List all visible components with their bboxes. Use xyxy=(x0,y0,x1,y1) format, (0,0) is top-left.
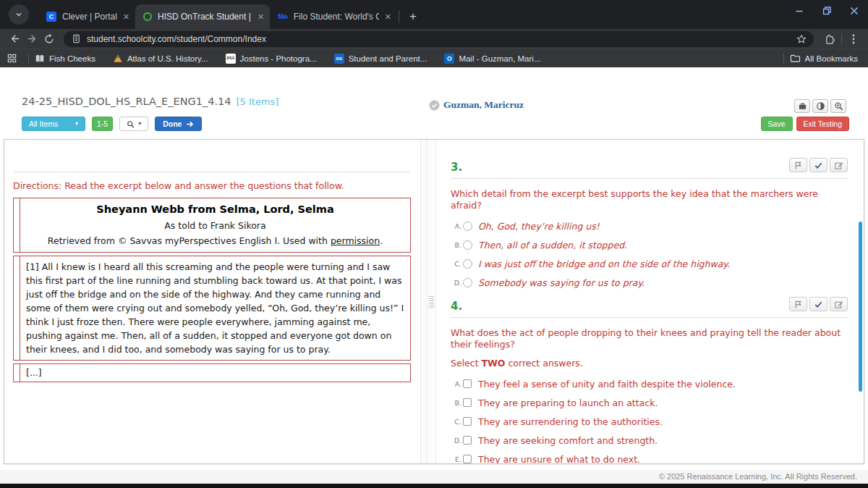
sis-favicon-icon: SIS xyxy=(334,54,344,64)
checkbox[interactable] xyxy=(463,455,472,463)
chevron-down-icon: ▾ xyxy=(75,121,78,127)
back-button[interactable] xyxy=(6,30,23,48)
option-text: They are unsure of what to do next. xyxy=(478,454,640,464)
reload-button[interactable] xyxy=(41,30,58,48)
questions-scrollbar-thumb[interactable] xyxy=(859,222,862,392)
flag-question-button[interactable] xyxy=(789,297,807,311)
tab-clever[interactable]: C Clever | Portal ✕ xyxy=(38,4,135,29)
option-row[interactable]: A. Oh, God, they’re killing us! xyxy=(451,220,848,232)
checkbox[interactable] xyxy=(463,398,472,407)
tab-filo[interactable]: filo Filo Student: World's Only Live ✕ xyxy=(270,4,397,29)
option-text: I was just off the bridge and on the sid… xyxy=(478,258,730,269)
bookmark-fish-cheeks[interactable]: Fish Cheeks xyxy=(35,54,95,64)
directions-text: Directions: Read the excerpt below and a… xyxy=(13,180,411,191)
radio-button[interactable] xyxy=(463,278,472,287)
site-info-icon[interactable] xyxy=(72,34,81,43)
tab-hisd-ontrack[interactable]: HISD OnTrack Student | Renais ✕ xyxy=(135,4,270,29)
bookmark-label: Fish Cheeks xyxy=(49,54,95,63)
option-row[interactable]: D. They are seeking comfort and strength… xyxy=(451,434,848,446)
bookmark-outlook-mail[interactable]: O Mail - Guzman, Mari... xyxy=(444,54,540,64)
browser-toolbar: student.schoolcity.com/student/Common/In… xyxy=(0,29,868,49)
zoom-tool-button[interactable] xyxy=(830,99,846,113)
item-range-button[interactable]: 1-5 xyxy=(92,117,113,131)
option-row[interactable]: C. I was just off the bridge and on the … xyxy=(451,258,848,269)
window-close-button[interactable] xyxy=(841,0,868,22)
mark-answered-button[interactable] xyxy=(809,297,827,311)
apps-grid-button[interactable] xyxy=(7,54,17,63)
edit-note-icon xyxy=(834,161,843,170)
option-text: They feel a sense of unity and faith des… xyxy=(478,379,736,390)
splitter-grip-icon xyxy=(429,296,434,309)
tab-close-icon[interactable]: ✕ xyxy=(258,13,264,21)
question-tools xyxy=(789,158,848,172)
radio-button[interactable] xyxy=(463,222,472,231)
option-text: They are surrendering to the authorities… xyxy=(478,416,663,427)
calculator-tool-button[interactable] xyxy=(794,99,810,113)
option-row[interactable]: A. They feel a sense of unity and faith … xyxy=(451,378,848,390)
window-minimize-button[interactable] xyxy=(786,0,813,22)
check-icon xyxy=(814,300,823,309)
save-button[interactable]: Save xyxy=(761,117,793,131)
window-restore-button[interactable] xyxy=(813,0,841,22)
notes-button[interactable] xyxy=(830,297,848,311)
question-number: 3. xyxy=(451,161,462,174)
radio-button[interactable] xyxy=(463,259,472,269)
radio-button[interactable] xyxy=(463,240,472,250)
tab-close-icon[interactable]: ✕ xyxy=(385,13,391,21)
passage-paragraph-box: [1] All I knew is I heard all this screa… xyxy=(13,256,411,361)
bottom-edge-bar xyxy=(0,484,868,488)
back-arrow-icon xyxy=(9,33,20,44)
tab-close-icon[interactable]: ✕ xyxy=(123,13,129,21)
contrast-tool-button[interactable] xyxy=(812,99,828,113)
forward-button[interactable] xyxy=(23,30,41,48)
question-header: 4. xyxy=(451,299,848,318)
passage-scrollbar-track[interactable] xyxy=(420,140,427,463)
select-text: correct answers. xyxy=(506,358,583,369)
bookmark-sis[interactable]: SIS Student and Parent... xyxy=(334,54,427,64)
question-header: 3. xyxy=(451,160,848,179)
address-bar[interactable]: student.schoolcity.com/student/Common/In… xyxy=(64,31,814,47)
url-text[interactable]: student.schoolcity.com/student/Common/In… xyxy=(87,34,792,44)
select-text: Select xyxy=(451,358,482,369)
done-button[interactable]: Done xyxy=(155,117,202,131)
tab-search-button[interactable] xyxy=(9,4,29,25)
checkbox[interactable] xyxy=(463,436,472,445)
checkbox[interactable] xyxy=(463,417,472,426)
checkbox[interactable] xyxy=(463,379,472,388)
passage: Sheyann Webb from Selma, Lord, Selma As … xyxy=(13,198,411,382)
passage-ellipsis: [...] xyxy=(20,364,410,382)
window-controls xyxy=(786,0,868,29)
tab-title: Filo Student: World's Only Live xyxy=(294,12,379,22)
bookmark-star-icon[interactable] xyxy=(796,34,807,44)
mark-answered-button[interactable] xyxy=(809,158,827,172)
bookmark-atlas[interactable]: Atlas of U.S. History... xyxy=(113,54,208,64)
option-row[interactable]: C. They are surrendering to the authorit… xyxy=(451,416,848,427)
search-icon xyxy=(127,120,135,128)
option-row[interactable]: B. Then, all of a sudden, it stopped. xyxy=(451,239,848,251)
tab-title: HISD OnTrack Student | Renais xyxy=(158,12,252,22)
toolbar-separator xyxy=(841,33,842,44)
notes-button[interactable] xyxy=(830,158,848,172)
bookmark-label: Jostens - Photogra... xyxy=(240,54,317,63)
extensions-button[interactable] xyxy=(821,30,838,48)
check-icon xyxy=(814,161,823,170)
question-4: 4. What does the act of people droppin xyxy=(451,299,848,463)
option-row[interactable]: D. Somebody was saying for us to pray. xyxy=(451,277,848,288)
browser-menu-button[interactable] xyxy=(845,30,862,48)
flag-question-button[interactable] xyxy=(789,158,807,172)
option-row[interactable]: E. They are unsure of what to do next. xyxy=(451,453,848,463)
divider xyxy=(14,172,409,172)
option-row[interactable]: B. They are preparing to launch an attac… xyxy=(451,397,848,408)
permission-link[interactable]: permission xyxy=(331,235,380,246)
item-filter-dropdown[interactable]: All Items ▾ xyxy=(22,117,85,131)
arrow-right-icon xyxy=(186,120,194,128)
test-title: 24-25_HISD_DOL_HS_RLA_E_ENG1_4.14[5 Item… xyxy=(22,96,278,107)
panel-splitter[interactable] xyxy=(427,140,436,463)
source-text: Retrieved from © Savvas myPerspectives E… xyxy=(48,235,331,246)
bookmark-jostens[interactable]: JPEG Jostens - Photogra... xyxy=(226,54,317,64)
new-tab-button[interactable]: + xyxy=(409,10,417,22)
exit-testing-button[interactable]: Exit Testing xyxy=(796,117,850,131)
search-dropdown-button[interactable]: ▾ xyxy=(119,117,148,131)
option-letter: E. xyxy=(451,455,461,463)
all-bookmarks-button[interactable]: All Bookmarks xyxy=(790,54,859,63)
